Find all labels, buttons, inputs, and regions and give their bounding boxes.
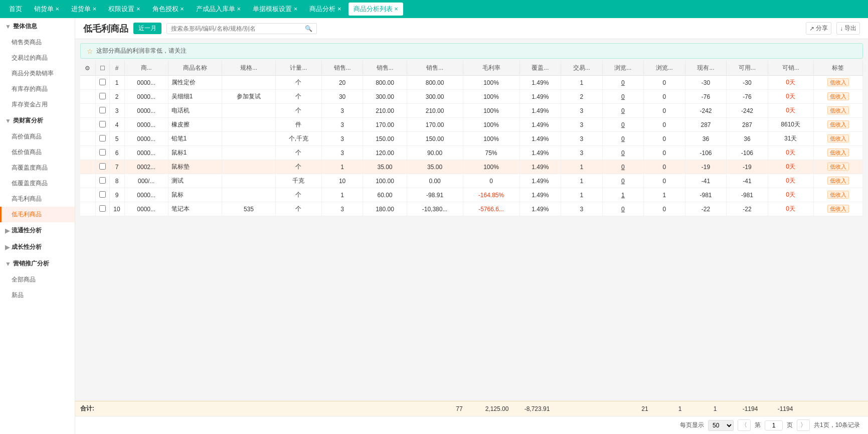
sidebar-item-all-products[interactable]: 全部商品 xyxy=(0,272,75,287)
cell-coverage: 1.49% xyxy=(519,160,561,174)
cell-check[interactable] xyxy=(95,146,109,160)
prev-page-button[interactable]: 〈 xyxy=(738,419,751,431)
sidebar-group-wealth[interactable]: ▼ 类财富分析 xyxy=(0,112,75,129)
col-views2[interactable]: 浏览... xyxy=(644,61,685,76)
cell-code: 0000... xyxy=(124,146,168,160)
sidebar-item-high-coverage[interactable]: 高覆盖度商品 xyxy=(0,160,75,176)
col-settings[interactable]: ⚙ xyxy=(80,61,95,76)
cell-views1[interactable]: 0 xyxy=(602,146,644,160)
cell-current: -41 xyxy=(685,174,727,188)
sidebar-item-stock-capital[interactable]: 库存资金占用 xyxy=(0,97,75,112)
sidebar-item-in-stock[interactable]: 有库存的商品 xyxy=(0,81,75,97)
cell-views1[interactable]: 0 xyxy=(602,76,644,90)
arrow-icon-5: ▼ xyxy=(5,260,11,267)
sidebar-item-high-margin[interactable]: 高毛利商品 xyxy=(0,191,75,207)
sidebar-group-liquidity[interactable]: ▶ 流通性分析 xyxy=(0,222,75,239)
col-spec[interactable]: 规格... xyxy=(222,61,275,76)
cell-views1[interactable]: 0 xyxy=(602,160,644,174)
col-name[interactable]: 商品名称 xyxy=(168,61,222,76)
col-gross-margin[interactable]: 毛利率 xyxy=(463,61,519,76)
col-saleable[interactable]: 可销... xyxy=(768,61,813,76)
search-input[interactable] xyxy=(171,25,303,32)
cell-gross-margin: -164.85% xyxy=(463,188,519,202)
cell-views1[interactable]: 0 xyxy=(602,174,644,188)
sidebar-group-overview[interactable]: ▼ 整体信息 xyxy=(0,18,75,35)
cell-check[interactable] xyxy=(95,118,109,132)
sidebar-item-low-coverage[interactable]: 低覆盖度商品 xyxy=(0,176,75,191)
nav-item-permissions[interactable]: 权限设置 × xyxy=(103,3,145,16)
date-filter-button[interactable]: 近一月 xyxy=(133,23,161,34)
next-page-button[interactable]: 〉 xyxy=(797,419,810,431)
cell-views1[interactable]: 0 xyxy=(602,104,644,118)
sidebar-item-high-value[interactable]: 高价值商品 xyxy=(0,129,75,144)
cell-current: -19 xyxy=(685,160,727,174)
cell-check[interactable] xyxy=(95,104,109,118)
cell-check[interactable] xyxy=(95,90,109,104)
col-sales-qty[interactable]: 销售... xyxy=(321,61,363,76)
sidebar-item-sales-products[interactable]: 销售类商品 xyxy=(0,35,75,50)
tag-badge: 低收入 xyxy=(827,106,849,114)
share-button[interactable]: ↗ 分享 xyxy=(806,22,831,35)
nav-item-templates[interactable]: 单据模板设置 × xyxy=(248,3,302,16)
cell-trade: 3 xyxy=(561,118,603,132)
col-unit[interactable]: 计量... xyxy=(275,61,321,76)
nav-item-home[interactable]: 首页 xyxy=(4,3,27,16)
col-check-all[interactable]: ☐ xyxy=(95,61,109,76)
cell-check[interactable] xyxy=(95,174,109,188)
cell-tag: 低收入 xyxy=(813,160,862,174)
cell-spec: 参加复试 xyxy=(222,90,275,104)
page-input[interactable] xyxy=(765,420,783,430)
page-size-select[interactable]: 50 100 200 xyxy=(708,420,734,431)
cell-views1[interactable]: 0 xyxy=(602,90,644,104)
nav-item-analysis[interactable]: 商品分析 × xyxy=(304,3,346,16)
cell-gross-margin: 0 xyxy=(463,174,519,188)
cell-sales-amount: 0.00 xyxy=(407,174,463,188)
nav-item-products[interactable]: 产成品入库单 × xyxy=(191,3,246,16)
sidebar-group-growth-label: 成长性分析 xyxy=(12,243,42,251)
nav-item-sales[interactable]: 销货单 × xyxy=(29,3,64,16)
tag-badge: 低收入 xyxy=(827,120,849,128)
sidebar-group-growth[interactable]: ▶ 成长性分析 xyxy=(0,239,75,255)
cell-views1[interactable]: 0 xyxy=(602,118,644,132)
alert-text: 这部分商品的利润非常低，请关注 xyxy=(96,47,187,55)
col-sales-price[interactable]: 销售... xyxy=(363,61,407,76)
col-current[interactable]: 现有... xyxy=(685,61,727,76)
cell-check[interactable] xyxy=(95,76,109,90)
cell-saleable: 0天 xyxy=(768,202,813,216)
cell-check[interactable] xyxy=(95,202,109,216)
sidebar-item-traded-products[interactable]: 交易过的商品 xyxy=(0,50,75,66)
cell-trade: 2 xyxy=(561,90,603,104)
sidebar-item-low-value[interactable]: 低价值商品 xyxy=(0,144,75,160)
search-icon: 🔍 xyxy=(305,25,312,32)
col-coverage[interactable]: 覆盖... xyxy=(519,61,561,76)
nav-item-analysis-list[interactable]: 商品分析列表 × xyxy=(349,3,403,16)
cell-sales-price: 35.00 xyxy=(363,160,407,174)
cell-views2: 0 xyxy=(644,104,685,118)
cell-check[interactable] xyxy=(95,160,109,174)
nav-item-roles[interactable]: 角色授权 × xyxy=(147,3,189,16)
col-views1[interactable]: 浏览... xyxy=(602,61,644,76)
col-sales-amount[interactable]: 销售... xyxy=(407,61,463,76)
arrow-icon-4: ▶ xyxy=(5,244,10,251)
export-button[interactable]: ↓ 导出 xyxy=(836,22,860,35)
table-row: 5 0000... 铅笔1 个,千克 3 150.00 150.00 100% … xyxy=(80,132,863,146)
cell-views1[interactable]: 1 xyxy=(602,188,644,202)
cell-current: 287 xyxy=(685,118,727,132)
cell-views1[interactable]: 0 xyxy=(602,202,644,216)
col-available[interactable]: 可用... xyxy=(727,61,768,76)
sidebar-item-category-rate[interactable]: 商品分类助销率 xyxy=(0,66,75,81)
table-wrapper[interactable]: ⚙ ☐ # 商... 商品名称 规格... 计量... 销售... 销售... … xyxy=(80,61,863,401)
cell-sales-qty: 3 xyxy=(321,118,363,132)
sidebar-item-new-products[interactable]: 新品 xyxy=(0,287,75,303)
cell-gross-margin: 75% xyxy=(463,146,519,160)
nav-item-purchase[interactable]: 进货单 × xyxy=(66,3,101,16)
cell-views1[interactable]: 0 xyxy=(602,132,644,146)
sidebar-item-low-margin[interactable]: 低毛利商品 xyxy=(0,207,75,222)
pagination-summary: 共1页，10条记录 xyxy=(814,421,860,429)
col-trade[interactable]: 交易... xyxy=(561,61,603,76)
cell-check[interactable] xyxy=(95,188,109,202)
cell-check[interactable] xyxy=(95,132,109,146)
sidebar-group-marketing[interactable]: ▼ 营销推广分析 xyxy=(0,255,75,272)
col-code[interactable]: 商... xyxy=(124,61,168,76)
col-tag[interactable]: 标签 xyxy=(813,61,862,76)
